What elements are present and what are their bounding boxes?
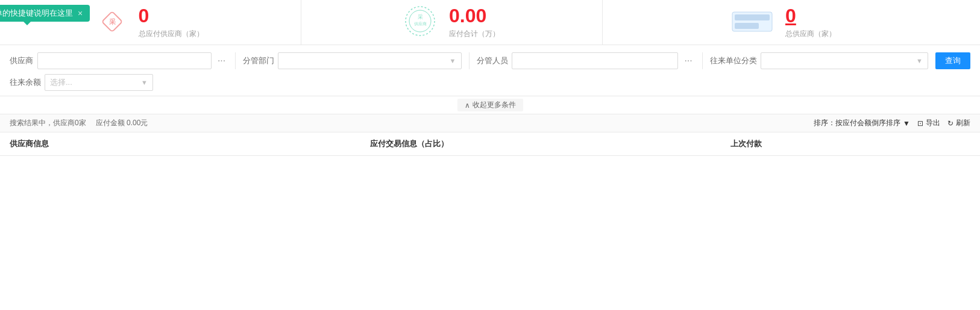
total-payable-suppliers-label: 总应付供应商（家） <box>139 29 204 39</box>
stat-payable-total: 快速录单的快捷键说明在这里 × 采 供应商 0.00 应付合计（万） <box>301 0 603 45</box>
category-chevron-icon: ▼ <box>916 57 923 64</box>
search-row-1: 供应商 ··· 分管部门 ▼ 分管人员 ··· 往来单位分类 ▼ <box>10 52 970 69</box>
svg-point-2 <box>406 7 435 36</box>
person-label: 分管人员 <box>477 55 508 66</box>
total-suppliers-number: 0 <box>785 5 836 26</box>
export-btn[interactable]: ⊡ 导出 <box>917 118 940 128</box>
refresh-label: 刷新 <box>956 118 970 128</box>
category-field: 往来单位分类 ▼ <box>710 52 928 69</box>
category-select[interactable]: ▼ <box>761 52 928 69</box>
table-header: 供应商信息 应付交易信息（占比） 上次付款 <box>0 132 980 156</box>
total-suppliers-icon <box>731 11 773 34</box>
query-button[interactable]: 查询 <box>935 52 970 69</box>
supplier-dots-btn[interactable]: ··· <box>215 55 228 66</box>
divider-1 <box>235 52 236 69</box>
balance-select[interactable]: 选择... ▼ <box>45 74 153 91</box>
export-label: 导出 <box>926 118 940 128</box>
person-field: 分管人员 ··· <box>477 52 695 69</box>
tooltip-text: 快速录单的快捷键说明在这里 <box>0 8 73 19</box>
result-right: 排序：按应付会额倒序排序 ▼ ⊡ 导出 ↻ 刷新 <box>814 118 970 128</box>
collapse-btn[interactable]: ∧ 收起更多条件 <box>457 99 523 111</box>
dept-field: 分管部门 ▼ <box>243 52 461 69</box>
refresh-icon: ↻ <box>947 119 953 128</box>
dept-chevron-icon: ▼ <box>450 57 456 64</box>
divider-3 <box>702 52 703 69</box>
svg-text:供应商: 供应商 <box>414 22 427 26</box>
table-body <box>0 156 980 310</box>
supplier-input[interactable] <box>37 52 212 69</box>
search-bar: 供应商 ··· 分管部门 ▼ 分管人员 ··· 往来单位分类 ▼ <box>0 45 980 96</box>
svg-rect-7 <box>735 14 770 20</box>
export-icon: ⊡ <box>917 119 923 128</box>
payable-total-number: 0.00 <box>449 5 500 26</box>
svg-text:采: 采 <box>108 18 116 25</box>
collapse-row: ∧ 收起更多条件 <box>0 96 980 114</box>
tooltip-close-btn[interactable]: × <box>78 8 83 18</box>
svg-text:采: 采 <box>418 14 423 20</box>
payable-total-label: 应付合计（万） <box>449 29 500 39</box>
balance-placeholder: 选择... <box>50 77 72 88</box>
balance-field: 往来余额 选择... ▼ <box>10 74 153 91</box>
result-bar: 搜索结果中，供应商0家 应付金额 0.00元 排序：按应付会额倒序排序 ▼ ⊡ … <box>0 114 980 132</box>
total-suppliers-label: 总供应商（家） <box>785 29 836 39</box>
col-supplier-info: 供应商信息 <box>10 138 370 149</box>
balance-label: 往来余额 <box>10 77 41 88</box>
dept-label: 分管部门 <box>243 55 274 66</box>
brand-icon: 采 <box>98 7 127 38</box>
sort-dropdown[interactable]: 排序：按应付会额倒序排序 ▼ <box>814 118 910 128</box>
collapse-up-icon: ∧ <box>465 101 470 110</box>
sort-chevron-icon: ▼ <box>903 119 910 128</box>
col-last-payment: 上次付款 <box>730 138 971 149</box>
sort-label: 排序：按应付会额倒序排序 <box>814 118 900 128</box>
supplier-field: 供应商 ··· <box>10 52 228 69</box>
dept-select[interactable]: ▼ <box>278 52 461 69</box>
collapse-label: 收起更多条件 <box>473 100 516 110</box>
mint-icon: 采 供应商 <box>404 5 437 40</box>
result-left: 搜索结果中，供应商0家 应付金额 0.00元 <box>10 118 148 128</box>
person-input[interactable] <box>512 52 679 69</box>
category-label: 往来单位分类 <box>710 55 757 66</box>
divider-2 <box>469 52 470 69</box>
stat-total-suppliers: 0 总供应商（家） <box>603 0 964 45</box>
col-transaction-info: 应付交易信息（占比） <box>370 138 730 149</box>
search-row-2: 往来余额 选择... ▼ <box>10 74 970 91</box>
tooltip-bubble: 快速录单的快捷键说明在这里 × <box>0 5 90 22</box>
stats-bar: 采 0 总应付供应商（家） 快速录单的快捷键说明在这里 × 采 供应商 <box>0 0 980 45</box>
total-payable-suppliers-number: 0 <box>139 5 204 26</box>
result-summary-1: 搜索结果中，供应商0家 <box>10 118 86 128</box>
result-summary-2: 应付金额 0.00元 <box>96 118 148 128</box>
refresh-btn[interactable]: ↻ 刷新 <box>947 118 970 128</box>
person-dots-btn[interactable]: ··· <box>682 55 694 66</box>
balance-chevron-icon: ▼ <box>141 79 148 86</box>
supplier-label: 供应商 <box>10 55 34 66</box>
svg-rect-8 <box>735 23 759 29</box>
